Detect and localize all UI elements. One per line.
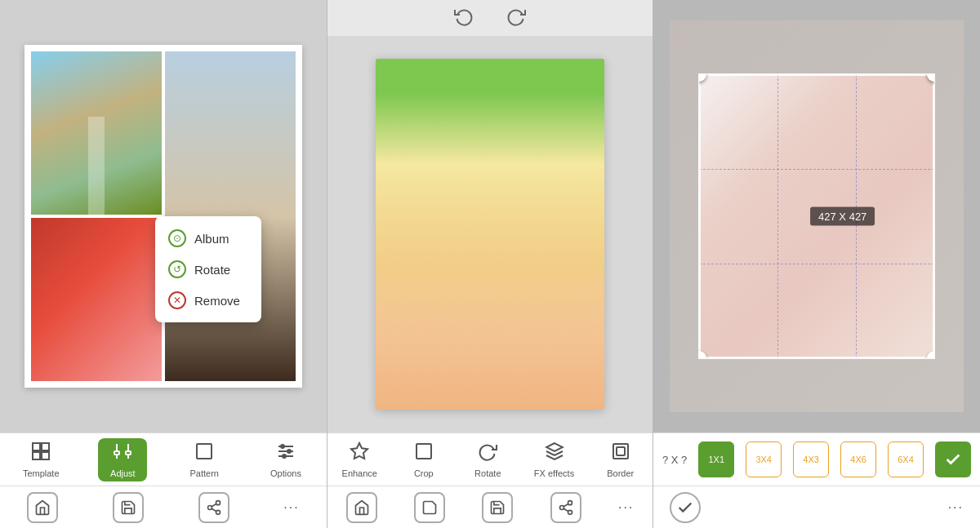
share-btn-2[interactable] <box>550 492 581 523</box>
border-icon <box>611 441 630 465</box>
panel1-nav: ··· <box>0 486 327 528</box>
svg-rect-2 <box>33 452 40 459</box>
svg-point-12 <box>283 455 286 458</box>
portrait-photo <box>376 59 604 410</box>
adjust-icon <box>113 441 132 465</box>
aspect-btn-6x4[interactable]: 6X4 <box>888 441 924 477</box>
toolbar-label-adjust: Adjust <box>110 468 136 478</box>
toolbar-btn-crop[interactable]: Crop <box>399 438 448 481</box>
photo-road <box>31 51 162 215</box>
panel1-toolbar: Template Adjust Pattern <box>0 433 327 486</box>
options-icon <box>276 441 296 465</box>
aspect-label-4x6: 4X6 <box>850 455 866 464</box>
toolbar-btn-border[interactable]: Border <box>596 438 645 481</box>
aspect-toolbar: ? X ? 1X1 3X4 4X3 4X6 6X4 <box>653 433 980 486</box>
svg-point-22 <box>568 500 572 504</box>
panel2-nav: ··· <box>327 486 653 528</box>
svg-rect-3 <box>42 452 49 459</box>
menu-item-album[interactable]: ⊙ Album <box>155 223 261 254</box>
crop-photo[interactable]: 427 X 427 <box>698 73 935 359</box>
svg-point-23 <box>559 505 564 509</box>
toolbar-label-rotate: Rotate <box>474 468 501 478</box>
rotate-icon: ↺ <box>168 260 186 278</box>
panel-template: ⊙ Album ↺ Rotate ✕ Remove <box>0 0 327 528</box>
album-icon: ⊙ <box>168 229 186 247</box>
svg-rect-1 <box>42 443 49 450</box>
svg-line-17 <box>212 504 216 506</box>
panel2-header <box>327 0 653 36</box>
question-label: ? X ? <box>662 454 687 466</box>
svg-point-10 <box>281 445 284 448</box>
save-btn-2[interactable] <box>482 492 513 523</box>
svg-rect-4 <box>114 451 119 455</box>
toolbar-btn-options[interactable]: Options <box>261 438 310 481</box>
toolbar-btn-adjust[interactable]: Adjust <box>98 438 147 481</box>
aspect-label-1x1: 1X1 <box>708 455 724 464</box>
panel-crop: 427 X 427 ? X ? 1X1 3X4 4X3 4X6 6X4 <box>653 0 980 528</box>
home-btn-2[interactable] <box>346 492 377 523</box>
crop-size-label: 427 X 427 <box>810 207 875 226</box>
more-btn-1[interactable]: ··· <box>283 500 299 515</box>
pattern-icon <box>194 441 214 465</box>
fxeffects-icon <box>545 441 564 465</box>
svg-rect-6 <box>197 444 212 459</box>
toolbar-label-fxeffects: FX effects <box>534 468 574 478</box>
collage-cell-road[interactable] <box>31 51 162 215</box>
rotate-menu-icon <box>478 441 497 465</box>
toolbar-label-template: Template <box>23 468 60 478</box>
menu-item-remove[interactable]: ✕ Remove <box>155 285 261 316</box>
check-btn[interactable] <box>670 492 701 523</box>
toolbar-label-crop: Crop <box>414 468 434 478</box>
menu-label-remove: Remove <box>194 294 240 308</box>
context-menu: ⊙ Album ↺ Rotate ✕ Remove <box>155 216 261 322</box>
svg-rect-21 <box>617 447 625 455</box>
collage-cell-couple[interactable] <box>31 218 162 381</box>
portrait-overlay <box>376 164 604 410</box>
svg-rect-19 <box>416 444 431 459</box>
toolbar-btn-pattern[interactable]: Pattern <box>180 438 229 481</box>
svg-line-25 <box>564 508 568 511</box>
menu-label-album: Album <box>194 232 229 246</box>
toolbar-label-pattern: Pattern <box>189 468 218 478</box>
svg-point-24 <box>568 510 572 514</box>
toolbar-label-options: Options <box>270 468 301 478</box>
svg-rect-5 <box>126 451 131 455</box>
menu-label-rotate: Rotate <box>194 263 230 277</box>
confirm-btn[interactable] <box>935 441 971 477</box>
panel3-nav: ··· <box>653 486 980 528</box>
toolbar-label-border: Border <box>607 468 634 478</box>
crop-area[interactable]: 427 X 427 <box>670 20 964 412</box>
aspect-label-4x3: 4X3 <box>803 455 819 464</box>
menu-item-rotate[interactable]: ↺ Rotate <box>155 254 261 285</box>
redo-btn[interactable] <box>506 7 526 30</box>
toolbar-label-enhance: Enhance <box>342 468 377 478</box>
aspect-btn-3x4[interactable]: 3X4 <box>746 441 782 477</box>
home-btn-1[interactable] <box>27 492 58 523</box>
aspect-btn-1x1[interactable]: 1X1 <box>698 441 734 477</box>
toolbar-btn-template[interactable]: Template <box>16 438 66 481</box>
more-btn-2[interactable]: ··· <box>618 500 634 515</box>
more-btn-3[interactable]: ··· <box>948 500 964 515</box>
save-btn-1[interactable] <box>113 492 144 523</box>
svg-line-16 <box>212 508 216 511</box>
aspect-btn-4x3[interactable]: 4X3 <box>793 441 829 477</box>
svg-marker-18 <box>351 443 368 459</box>
toolbar-btn-enhance[interactable]: Enhance <box>335 438 384 481</box>
aspect-btn-4x6[interactable]: 4X6 <box>840 441 876 477</box>
template-icon <box>31 441 51 465</box>
svg-point-15 <box>216 510 220 514</box>
toolbar-btn-fxeffects[interactable]: FX effects <box>528 438 581 481</box>
back-btn-2[interactable] <box>414 492 445 523</box>
remove-icon: ✕ <box>168 291 186 309</box>
svg-point-13 <box>216 500 220 504</box>
svg-line-26 <box>564 504 568 506</box>
collage-area: ⊙ Album ↺ Rotate ✕ Remove <box>0 0 327 433</box>
crop-content: 427 X 427 <box>653 0 980 433</box>
svg-rect-20 <box>613 444 628 459</box>
panel2-toolbar: Enhance Crop Rotate FX <box>327 433 653 486</box>
toolbar-btn-rotate[interactable]: Rotate <box>463 438 512 481</box>
undo-btn[interactable] <box>454 7 474 30</box>
panel-edit: Enhance Crop Rotate FX <box>327 0 653 528</box>
share-btn-1[interactable] <box>198 492 229 523</box>
photo-couple <box>31 218 162 381</box>
